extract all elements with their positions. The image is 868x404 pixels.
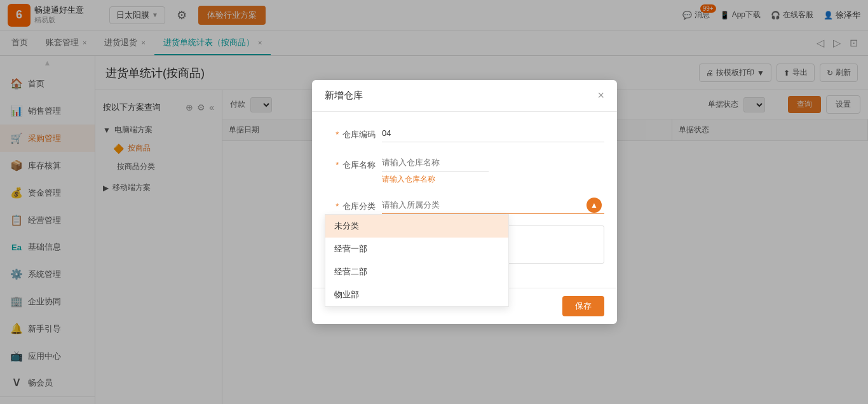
code-label: * 仓库编码 [325,125,376,140]
name-input[interactable] [382,154,489,172]
category-label: * 仓库分类 [325,196,376,212]
code-input[interactable] [382,125,604,142]
modal-title: 新增仓库 [325,90,363,102]
category-dropdown: 未分类 经营一部 经营二部 物业部 [325,214,509,307]
form-row-code: * 仓库编码 [325,125,604,142]
dropdown-item-property[interactable]: 物业部 [325,283,508,306]
dropdown-item-dept2[interactable]: 经营二部 [325,260,508,283]
form-row-name: * 仓库名称 请输入仓库名称 [325,154,604,185]
name-error-msg: 请输入仓库名称 [382,174,435,185]
save-button[interactable]: 保存 [562,296,604,316]
modal-header: 新增仓库 × [312,80,617,112]
name-label: * 仓库名称 [325,155,376,171]
form-row-category: * 仓库分类 ▲ 未分类 经营一部 经营二部 [325,196,604,214]
category-input-wrap: ▲ 未分类 经营一部 经营二部 物业部 [382,196,604,214]
dropdown-item-uncategorized[interactable]: 未分类 [325,215,508,238]
category-input[interactable] [382,196,604,214]
modal-body: * 仓库编码 * 仓库名称 请输入仓库名称 * 仓库分类 [312,112,617,288]
add-warehouse-modal: 新增仓库 × * 仓库编码 * 仓库名称 请输入仓库名称 [312,80,617,324]
modal-close-icon[interactable]: × [597,89,604,102]
dropdown-item-dept1[interactable]: 经营一部 [325,238,508,260]
category-chevron-icon[interactable]: ▲ [587,198,602,213]
